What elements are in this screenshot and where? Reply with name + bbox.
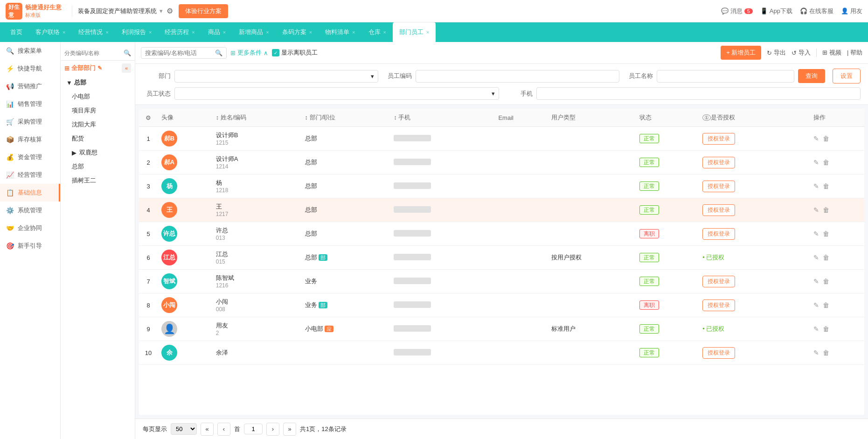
- dropdown-arrow-icon[interactable]: ▾: [160, 7, 163, 14]
- sidebar-item-nav[interactable]: ⚡ 快捷导航: [0, 60, 60, 77]
- close-icon[interactable]: ×: [352, 29, 355, 35]
- dept-search-input[interactable]: [64, 50, 122, 56]
- delete-icon[interactable]: 🗑: [823, 206, 829, 214]
- filter-dept-select[interactable]: ▾: [174, 70, 378, 83]
- edit-icon[interactable]: ✎: [813, 182, 819, 190]
- close-icon[interactable]: ×: [383, 29, 386, 35]
- export-button[interactable]: ↻ 导出: [767, 49, 786, 57]
- tab-customer[interactable]: 客户联络 ×: [29, 22, 72, 42]
- first-page-btn[interactable]: «: [201, 423, 214, 436]
- emp-search-input[interactable]: [145, 49, 215, 56]
- tab-department-active[interactable]: 部门员工 ×: [393, 22, 436, 42]
- filter-code-input[interactable]: [416, 70, 619, 83]
- auth-button[interactable]: 授权登录: [702, 157, 735, 168]
- collapse-btn[interactable]: «: [122, 63, 131, 73]
- delete-icon[interactable]: 🗑: [823, 254, 829, 261]
- col-name[interactable]: ↕ 姓名/编码: [212, 109, 301, 127]
- auth-button[interactable]: 授权登录: [702, 204, 735, 216]
- tab-new-goods[interactable]: 新增商品 ×: [232, 22, 275, 42]
- online-service-action[interactable]: 🎧 在线客服: [800, 7, 833, 15]
- delete-icon[interactable]: 🗑: [823, 182, 829, 190]
- page-number-input[interactable]: [244, 424, 263, 434]
- sidebar-item-search[interactable]: 🔍 搜索菜单: [0, 42, 60, 60]
- help-toggle[interactable]: | 帮助: [847, 49, 862, 57]
- sidebar-item-guide[interactable]: 🎯 新手引导: [0, 237, 60, 255]
- delete-icon[interactable]: 🗑: [823, 135, 829, 142]
- edit-icon[interactable]: ✎: [813, 230, 819, 237]
- col-dept[interactable]: ↕ 部门/职位: [301, 109, 390, 127]
- close-icon[interactable]: ×: [309, 29, 312, 35]
- edit-icon[interactable]: ✎: [813, 325, 819, 333]
- tab-barcode[interactable]: 条码方案 ×: [276, 22, 319, 42]
- auth-button[interactable]: 授权登录: [702, 228, 735, 240]
- filter-status-select[interactable]: ▾: [174, 87, 499, 100]
- dept-edit-icon[interactable]: ✎: [97, 65, 102, 71]
- set-button[interactable]: 设置: [833, 69, 861, 84]
- edit-icon[interactable]: ✎: [813, 254, 819, 261]
- close-icon[interactable]: ×: [149, 29, 152, 35]
- dept-node-small-elec[interactable]: 小电部: [61, 90, 135, 104]
- sidebar-item-basic[interactable]: 📋 基础信息: [0, 184, 60, 202]
- sidebar-item-marketing[interactable]: 📢 营销推广: [0, 77, 60, 95]
- dept-node-shuanglu[interactable]: ▶ 双鹿想: [61, 146, 135, 160]
- tab-profit[interactable]: 利润报告 ×: [115, 22, 158, 42]
- edit-icon[interactable]: ✎: [813, 349, 819, 356]
- view-toggle[interactable]: ⊞ 视频: [822, 49, 841, 57]
- edit-icon[interactable]: ✎: [813, 206, 819, 214]
- sidebar-item-inventory[interactable]: 📦 库存核算: [0, 131, 60, 148]
- auth-button[interactable]: 授权登录: [702, 300, 735, 311]
- query-button[interactable]: 查询: [798, 69, 825, 83]
- dept-node-head[interactable]: ▼ 总部: [61, 76, 135, 90]
- archived-checkbox[interactable]: ✓: [272, 49, 279, 56]
- gear-icon[interactable]: ⚙: [167, 7, 173, 15]
- new-emp-button[interactable]: + 新增员工: [721, 46, 761, 60]
- message-action[interactable]: 💬 消息 5: [721, 7, 753, 15]
- close-icon[interactable]: ×: [266, 29, 269, 35]
- delete-icon[interactable]: 🗑: [823, 278, 829, 285]
- trial-button[interactable]: 体验行业方案: [179, 4, 228, 18]
- edit-icon[interactable]: ✎: [813, 159, 819, 166]
- prev-page-btn[interactable]: ‹: [217, 423, 230, 436]
- auth-button[interactable]: 授权登录: [702, 347, 735, 359]
- more-filter-btn[interactable]: ⊞ 更多条件 ∧: [230, 49, 268, 57]
- next-page-btn[interactable]: ›: [266, 423, 279, 436]
- edit-icon[interactable]: ✎: [813, 278, 819, 285]
- close-icon-active[interactable]: ×: [426, 29, 429, 35]
- close-icon[interactable]: ×: [192, 29, 194, 35]
- dept-node-project[interactable]: 项目库房: [61, 104, 135, 118]
- show-archived-toggle[interactable]: ✓ 显示离职员工: [272, 49, 318, 57]
- close-icon[interactable]: ×: [105, 29, 108, 35]
- sidebar-item-collab[interactable]: 🤝 企业协同: [0, 219, 60, 237]
- edit-icon[interactable]: ✎: [813, 301, 819, 309]
- delete-icon[interactable]: 🗑: [823, 325, 829, 333]
- sidebar-item-sales[interactable]: 📊 销售管理: [0, 95, 60, 113]
- close-icon[interactable]: ×: [62, 29, 65, 35]
- sidebar-item-purchase[interactable]: 🛒 采购管理: [0, 113, 60, 131]
- dept-node-shenyang[interactable]: 沈阳大库: [61, 118, 135, 132]
- tab-history[interactable]: 经营历程 ×: [158, 22, 201, 42]
- delete-icon[interactable]: 🗑: [823, 230, 829, 237]
- filter-phone-input[interactable]: [536, 87, 861, 100]
- sidebar-item-finance[interactable]: 💰 资金管理: [0, 148, 60, 166]
- dept-node-peihu[interactable]: 配货: [61, 132, 135, 146]
- tab-bom[interactable]: 物料清单 ×: [319, 22, 361, 42]
- col-settings[interactable]: ⚙: [139, 109, 158, 127]
- sidebar-item-system[interactable]: ⚙️ 系统管理: [0, 202, 60, 219]
- delete-icon[interactable]: 🗑: [823, 301, 829, 309]
- delete-icon[interactable]: 🗑: [823, 349, 829, 356]
- edit-icon[interactable]: ✎: [813, 135, 819, 142]
- import-button[interactable]: ↺ 导入: [792, 49, 811, 57]
- dept-node-head2[interactable]: 总部: [61, 160, 135, 174]
- auth-button[interactable]: 授权登录: [702, 276, 735, 287]
- delete-icon[interactable]: 🗑: [823, 159, 829, 166]
- col-phone[interactable]: ↕ 手机: [390, 109, 494, 127]
- filter-name-input[interactable]: [657, 70, 794, 83]
- tab-goods[interactable]: 商品 ×: [201, 22, 232, 42]
- dept-node-chashuwang[interactable]: 插树王二: [61, 174, 135, 188]
- auth-button[interactable]: 授权登录: [702, 133, 735, 145]
- dept-search-icon[interactable]: 🔍: [124, 49, 131, 56]
- tab-home[interactable]: 首页: [4, 22, 29, 42]
- last-page-btn[interactable]: »: [283, 423, 296, 436]
- user-action[interactable]: 👤 用友: [841, 7, 862, 15]
- tab-warehouse[interactable]: 仓库 ×: [362, 22, 393, 42]
